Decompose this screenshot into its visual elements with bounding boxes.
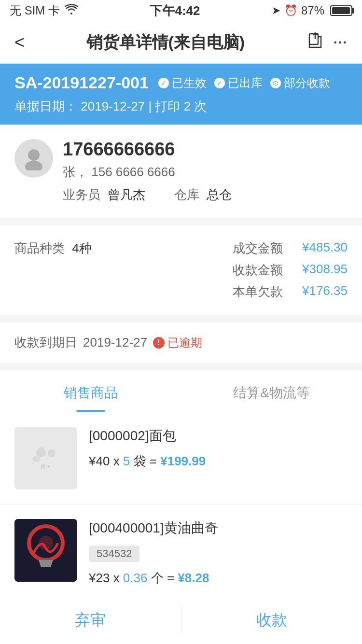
carrier-text: 无 SIM 卡 bbox=[10, 3, 60, 18]
amount-item: 成交金额 ¥485.30 bbox=[233, 240, 348, 257]
order-id: SA-20191227-001 bbox=[14, 73, 149, 92]
abandon-review-button[interactable]: 弃审 bbox=[0, 596, 181, 644]
customer-meta: 业务员 曾凡杰 仓库 总仓 bbox=[63, 186, 348, 203]
status-bar: 无 SIM 卡 下午4:42 ➤ ⏰ 87% bbox=[0, 0, 362, 21]
badge-partial: ⊙ 部分收款 bbox=[270, 75, 330, 91]
alarm-icon: ⏰ bbox=[284, 4, 297, 17]
back-button[interactable]: < bbox=[14, 32, 25, 53]
product-image-2 bbox=[14, 519, 77, 582]
warehouse-meta: 仓库 总仓 bbox=[174, 186, 232, 203]
clock-icon: ⊙ bbox=[270, 78, 281, 88]
page-title: 销货单详情(来自电脑) bbox=[86, 31, 245, 54]
product-name-2: [000400001]黄油曲奇 bbox=[89, 519, 348, 537]
product-sku-2: 534532 bbox=[89, 546, 139, 562]
customer-name-phone: 张， 156 6666 6666 bbox=[63, 164, 348, 181]
product-type-item: 商品种类 4种 bbox=[14, 240, 92, 257]
product-price-1: ¥40 x 5 袋 = ¥199.99 bbox=[89, 453, 348, 470]
location-icon: ➤ bbox=[272, 4, 280, 17]
badge-effective: ✓ 已生效 bbox=[158, 75, 207, 91]
product-price-2: ¥23 x 0.36 个 = ¥8.28 bbox=[89, 570, 348, 587]
sales-meta: 业务员 曾凡杰 bbox=[63, 186, 145, 203]
bottom-bar: 弃审 收款 bbox=[0, 596, 362, 644]
battery-percent: 87% bbox=[301, 4, 324, 17]
summary-left: 商品种类 4种 bbox=[14, 240, 92, 257]
overdue-icon: ! bbox=[153, 337, 165, 349]
badge-shipped: ✓ 已出库 bbox=[214, 75, 263, 91]
product-info-2: [000400001]黄油曲奇 534532 ¥23 x 0.36 个 = ¥8… bbox=[89, 519, 348, 587]
product-info-1: [0000002]面包 ¥40 x 5 袋 = ¥199.99 bbox=[89, 427, 348, 470]
tab-sales-products[interactable]: 销售商品 bbox=[0, 370, 181, 412]
customer-section: 17666666666 张， 156 6666 6666 业务员 曾凡杰 仓库 … bbox=[0, 125, 362, 218]
share-icon[interactable] bbox=[306, 32, 324, 53]
due-date: 2019-12-27 bbox=[83, 335, 147, 350]
product-image-1: 图+ bbox=[14, 427, 77, 490]
tab-settlement[interactable]: 结算&物流等 bbox=[181, 370, 362, 412]
due-section: 收款到期日 2019-12-27 ! 已逾期 bbox=[0, 322, 362, 363]
check-icon-1: ✓ bbox=[158, 78, 169, 88]
customer-id: 17666666666 bbox=[63, 139, 348, 160]
status-badges: ✓ 已生效 ✓ 已出库 ⊙ 部分收款 bbox=[158, 75, 330, 91]
svg-text:图+: 图+ bbox=[41, 463, 50, 470]
svg-point-4 bbox=[48, 449, 56, 457]
status-right: ➤ ⏰ 87% bbox=[272, 4, 352, 17]
more-icon[interactable]: ··· bbox=[334, 35, 348, 50]
header-banner: SA-20191227-001 ✓ 已生效 ✓ 已出库 ⊙ 部分收款 单据日期：… bbox=[0, 64, 362, 125]
customer-avatar bbox=[14, 139, 53, 178]
status-time: 下午4:42 bbox=[150, 2, 200, 19]
tabs-section: 销售商品 结算&物流等 bbox=[0, 370, 362, 412]
svg-point-3 bbox=[36, 448, 46, 457]
summary-section: 商品种类 4种 成交金额 ¥485.30 收款金额 ¥308.95 本单欠款 ¥… bbox=[0, 225, 362, 315]
svg-point-1 bbox=[28, 149, 40, 161]
product-name-1: [0000002]面包 bbox=[89, 427, 348, 445]
nav-bar: < 销货单详情(来自电脑) ··· bbox=[0, 21, 362, 64]
overdue-badge: ! 已逾期 bbox=[153, 335, 202, 350]
check-icon-2: ✓ bbox=[214, 78, 225, 88]
due-label: 收款到期日 bbox=[14, 334, 77, 351]
nav-actions: ··· bbox=[306, 32, 348, 53]
received-item: 收款金额 ¥308.95 bbox=[233, 262, 348, 279]
svg-point-9 bbox=[39, 536, 53, 550]
customer-info: 17666666666 张， 156 6666 6666 业务员 曾凡杰 仓库 … bbox=[63, 139, 348, 203]
overdue-text: 已逾期 bbox=[167, 335, 202, 350]
collect-payment-button[interactable]: 收款 bbox=[181, 596, 362, 644]
svg-rect-0 bbox=[309, 34, 318, 44]
banner-date: 单据日期： 2019-12-27 | 打印 2 次 bbox=[14, 98, 348, 115]
status-left: 无 SIM 卡 bbox=[10, 3, 78, 18]
product-item-1: 图+ [0000002]面包 ¥40 x 5 袋 = ¥199.99 bbox=[0, 412, 362, 504]
svg-point-2 bbox=[25, 161, 42, 170]
product-list: 图+ [0000002]面包 ¥40 x 5 袋 = ¥199.99 bbox=[0, 412, 362, 602]
owed-item: 本单欠款 ¥176.35 bbox=[233, 283, 348, 300]
svg-point-5 bbox=[32, 456, 40, 462]
wifi-icon bbox=[65, 4, 78, 17]
battery-icon bbox=[330, 5, 352, 16]
summary-right: 成交金额 ¥485.30 收款金额 ¥308.95 本单欠款 ¥176.35 bbox=[233, 240, 348, 300]
product-item-2: [000400001]黄油曲奇 534532 ¥23 x 0.36 个 = ¥8… bbox=[0, 504, 362, 602]
